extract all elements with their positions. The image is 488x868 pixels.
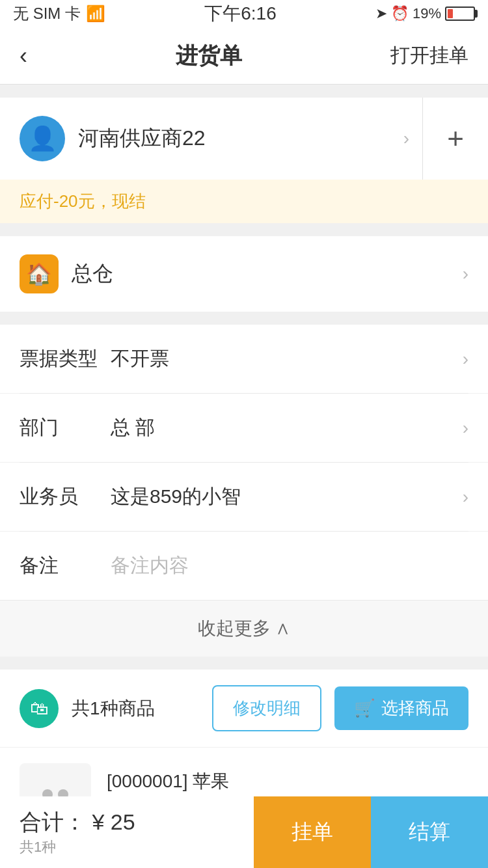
collapse-toggle[interactable]: 收起更多 ∧ (0, 600, 488, 657)
salesman-label: 业务员 (20, 483, 111, 510)
warehouse-icon: 🏠 (20, 254, 59, 293)
product-section-icon: 🛍 (20, 689, 59, 728)
alarm-icon: ⏰ (391, 5, 409, 22)
product-code: [0000001] (107, 771, 188, 791)
nav-bar: ‹ 进货单 打开挂单 (0, 27, 488, 85)
chevron-right-icon: › (403, 128, 409, 149)
battery-icon (445, 7, 475, 21)
supplier-selector[interactable]: 👤 河南供应商22 › (0, 98, 423, 180)
bottom-bar: 合计： ¥ 25 共1种 挂单 结算 (0, 796, 488, 868)
settle-button[interactable]: 结算 (371, 796, 488, 868)
remark-input[interactable]: 备注内容 (111, 552, 468, 579)
notice-bar: 应付-20元，现结 (0, 180, 488, 223)
wifi-icon: 📶 (86, 5, 105, 23)
remark-label: 备注 (20, 552, 111, 579)
warehouse-selector[interactable]: 🏠 总仓 › (0, 236, 488, 312)
select-icon: 🛒 (354, 698, 375, 718)
total-value: ¥ 25 (92, 809, 135, 834)
product-count: 共1种商品 (72, 696, 199, 721)
chevron-right-icon: › (463, 487, 468, 508)
gap2 (0, 223, 488, 236)
battery-percent: 19% (413, 5, 441, 22)
total-sub: 共1种 (20, 837, 234, 857)
gap1 (0, 85, 488, 98)
edit-detail-button[interactable]: 修改明细 (212, 685, 321, 731)
notice-text: 应付-20元，现结 (20, 191, 146, 211)
sim-status: 无 SIM 卡 (13, 3, 81, 24)
location-icon: ➤ (375, 5, 387, 22)
ticket-type-row[interactable]: 票据类型 不开票 › (0, 325, 488, 393)
chevron-right-icon: › (463, 349, 468, 370)
department-row[interactable]: 部门 总 部 › (0, 394, 488, 462)
salesman-value: 这是859的小智 (111, 483, 463, 510)
select-product-button[interactable]: 🛒 选择商品 (334, 686, 468, 730)
total-label: 合计： (20, 809, 86, 834)
warehouse-name: 总仓 (72, 260, 450, 288)
product-title: [0000001] 苹果 (107, 769, 424, 794)
supplier-name: 河南供应商22 (78, 124, 390, 153)
total-section: 合计： ¥ 25 共1种 (0, 796, 254, 868)
add-supplier-button[interactable]: + (423, 98, 488, 180)
status-left: 无 SIM 卡 📶 (13, 3, 105, 24)
back-button[interactable]: ‹ (20, 42, 27, 70)
collapse-label: 收起更多 ∧ (198, 618, 291, 638)
chevron-right-icon: › (463, 418, 468, 439)
product-name: 苹果 (193, 771, 229, 791)
department-value: 总 部 (111, 414, 463, 441)
status-right: ➤ ⏰ 19% (375, 5, 475, 22)
person-icon: 👤 (28, 125, 57, 152)
supplier-section: 👤 河南供应商22 › + (0, 98, 488, 180)
hang-button[interactable]: 挂单 (254, 796, 371, 868)
gap3 (0, 312, 488, 325)
department-label: 部门 (20, 414, 111, 441)
total-amount: 合计： ¥ 25 (20, 807, 234, 837)
page-title: 进货单 (176, 41, 242, 71)
salesman-row[interactable]: 业务员 这是859的小智 › (0, 463, 488, 531)
bag-icon: 🛍 (30, 698, 48, 719)
gap4 (0, 657, 488, 670)
ticket-label: 票据类型 (20, 346, 111, 372)
chevron-right-icon: › (463, 264, 468, 284)
open-pending-button[interactable]: 打开挂单 (390, 42, 468, 69)
supplier-avatar: 👤 (20, 116, 65, 161)
ticket-value: 不开票 (111, 346, 463, 372)
remark-row[interactable]: 备注 备注内容 (0, 532, 488, 600)
product-header: 🛍 共1种商品 修改明细 🛒 选择商品 (0, 670, 488, 747)
status-bar: 无 SIM 卡 📶 下午6:16 ➤ ⏰ 19% (0, 0, 488, 27)
status-time: 下午6:16 (204, 1, 277, 26)
